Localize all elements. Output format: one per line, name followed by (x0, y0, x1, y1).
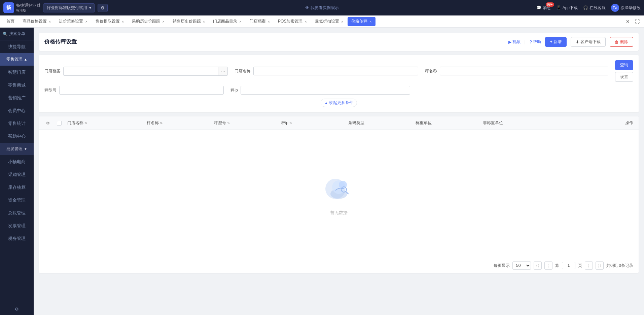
th-barcode-type: 条码类型 (346, 120, 413, 126)
sidebar-settings-button[interactable]: ⚙ (0, 303, 34, 315)
store-file-input-wrapper: ··· (63, 67, 228, 76)
tab-close-sale-history[interactable]: × (203, 20, 205, 24)
message-button[interactable]: 💬 消息 99+ (536, 5, 551, 11)
sidebar-search[interactable]: 🔍 搜索菜单 (0, 28, 34, 40)
sidebar-item-retail-stat[interactable]: 零售统计 (0, 117, 34, 130)
sort-icon-scale-type[interactable]: ⇅ (227, 121, 230, 125)
tab-close-store-catalog[interactable]: × (239, 20, 241, 24)
tab-store-catalog[interactable]: 门店商品目录 × (209, 17, 245, 26)
store-file-ellipsis-button[interactable]: ··· (218, 67, 227, 75)
tab-purchase-history[interactable]: 采购历史价跟踪 × (128, 17, 168, 26)
chevron-up-icon-collapse: ▲ (324, 101, 328, 105)
sidebar-item-xiaochang[interactable]: 小畅电商 (0, 155, 34, 168)
page-title-actions: ▶ 视频 | ? 帮助 + 新增 ⬇ 客户端下载 🗑 删除 (508, 37, 633, 47)
query-button[interactable]: 查询 (615, 60, 633, 70)
th-checkbox[interactable] (54, 121, 65, 126)
tab-sale-history[interactable]: 销售历史价跟踪 × (169, 17, 209, 26)
app-logo: 畅 畅捷通好业财 标准版 (3, 2, 40, 13)
th-settings[interactable]: ⚙ (42, 121, 54, 126)
user-info[interactable]: Ea 徐泽华修改 (611, 4, 641, 12)
video-icon: ▶ (508, 40, 511, 44)
env-select[interactable]: 好业财标准版交付试用 ▾ (43, 3, 95, 12)
download-button[interactable]: ⬇ 客户端下载 (571, 37, 606, 47)
sidebar-item-quicknav[interactable]: 快捷导航 (0, 40, 34, 53)
settings-button[interactable]: 设置 (615, 72, 633, 82)
sidebar-item-help[interactable]: 帮助中心 (0, 130, 34, 143)
last-page-button[interactable]: ⟩⟩ (596, 261, 604, 270)
collapse-button[interactable]: ▲ 收起更多条件 (321, 99, 357, 107)
sidebar-item-finance[interactable]: 资金管理 (0, 194, 34, 207)
tab-close-advance-strategy[interactable]: × (85, 20, 87, 24)
tab-close-pos-manage[interactable]: × (305, 20, 307, 24)
scale-ip-input[interactable] (241, 86, 410, 95)
sidebar-item-wholesale[interactable]: 批发管理 ▼ (0, 143, 34, 155)
headset-icon: 🎧 (583, 5, 588, 10)
delete-button[interactable]: 🗑 删除 (610, 37, 633, 47)
pagination-bar: 每页显示 50 10 20 100 ⟨⟨ ⟨ 算 页 ⟩ ⟩⟩ 共0页, 0条记… (39, 258, 639, 273)
message-icon: 💬 (536, 5, 541, 10)
sort-icon-scale-name[interactable]: ⇅ (160, 121, 163, 125)
help-link[interactable]: ? 帮助 (530, 39, 541, 45)
table-header: ⚙ 门店名称 ⇅ 秤名称 ⇅ 秤型号 ⇅ 秤ip (39, 116, 639, 130)
next-page-button[interactable]: ⟩ (585, 261, 593, 270)
tab-min-discount[interactable]: 最低折扣设置 × (311, 17, 347, 26)
sidebar-item-smart-store[interactable]: 智慧门店 (0, 66, 34, 79)
tab-close-min-discount[interactable]: × (341, 20, 343, 24)
collapse-btn-wrapper: ▲ 收起更多条件 (44, 99, 633, 107)
sidebar-item-tax[interactable]: 税务管理 (0, 232, 34, 245)
tab-expand-button[interactable]: ⛶ (633, 18, 641, 26)
gear-icon-sidebar: ⚙ (15, 307, 19, 312)
tab-close-price-scale[interactable]: × (369, 20, 371, 24)
sidebar: 🔍 搜索菜单 快捷导航 零售管理 ▲ 智慧门店 零售商城 营销推广 会员中心 零… (0, 28, 34, 315)
demo-link[interactable]: 👁 我要看实例演示 (305, 5, 339, 11)
env-settings-button[interactable]: ⚙ (98, 4, 108, 12)
app-logo-text: 畅捷通好业财 标准版 (16, 3, 40, 13)
sort-icon-scale-ip[interactable]: ⇅ (289, 121, 292, 125)
sidebar-item-purchase[interactable]: 采购管理 (0, 168, 34, 181)
store-name-input[interactable] (253, 67, 418, 75)
sidebar-item-invoice[interactable]: 发票管理 (0, 219, 34, 232)
delete-icon: 🗑 (615, 40, 619, 44)
sort-icon-store-name[interactable]: ⇅ (84, 121, 87, 125)
chevron-up-icon: ▲ (24, 58, 27, 61)
tab-store-file[interactable]: 门店档案 × (246, 17, 274, 26)
store-file-input[interactable] (64, 67, 218, 75)
sidebar-item-inventory[interactable]: 库存核算 (0, 181, 34, 194)
tab-sale-price[interactable]: 售价提取设置 × (92, 17, 128, 26)
tab-price-setting[interactable]: 商品价格设置 × (19, 17, 55, 26)
main-layout: 🔍 搜索菜单 快捷导航 零售管理 ▲ 智慧门店 零售商城 营销推广 会员中心 零… (0, 28, 644, 315)
empty-state: 暂无数据 (319, 152, 359, 236)
sidebar-item-retail[interactable]: 零售管理 ▲ (0, 53, 34, 66)
eye-icon: 👁 (305, 5, 309, 10)
tab-price-scale[interactable]: 价格传秤 × (348, 17, 375, 26)
sidebar-item-member[interactable]: 会员中心 (0, 104, 34, 117)
video-link[interactable]: ▶ 视频 (508, 39, 521, 45)
tab-close-purchase-history[interactable]: × (162, 20, 164, 24)
table-body: 暂无数据 (39, 130, 639, 258)
sidebar-item-ledger[interactable]: 总账管理 (0, 207, 34, 219)
sidebar-item-marketing[interactable]: 营销推广 (0, 92, 34, 104)
tab-pos-manage[interactable]: POS加密管理 × (274, 17, 311, 26)
page-size-select[interactable]: 50 10 20 100 (512, 261, 531, 270)
tab-close-sale-price[interactable]: × (122, 20, 124, 24)
filter-card: 门店档案 ··· 门店名称 秤名称 查询 设置 (39, 55, 639, 112)
add-button[interactable]: + 新增 (545, 37, 567, 47)
tab-close-store-file[interactable]: × (268, 20, 270, 24)
sidebar-item-retail-mall[interactable]: 零售商城 (0, 79, 34, 92)
tab-home[interactable]: 首页 (3, 17, 18, 26)
tab-close-price-setting[interactable]: × (49, 20, 51, 24)
empty-text: 暂无数据 (330, 210, 348, 216)
page-input[interactable] (562, 262, 575, 269)
online-service-button[interactable]: 🎧 在线客服 (583, 5, 606, 11)
prev-page-button[interactable]: ⟨ (544, 261, 552, 270)
tab-bar: 首页 商品价格设置 × 进价策略设置 × 售价提取设置 × 采购历史价跟踪 × … (0, 15, 644, 28)
scale-name-input[interactable] (440, 67, 608, 75)
filter-row-2: 秤型号 秤ip (44, 86, 633, 95)
scale-type-input[interactable] (59, 86, 224, 95)
first-page-button[interactable]: ⟨⟨ (534, 261, 542, 270)
tab-close-all-button[interactable]: ✕ (624, 18, 632, 26)
filter-scale-ip: 秤ip (230, 86, 410, 95)
app-download-button[interactable]: 📱 App下载 (556, 5, 578, 11)
select-all-checkbox[interactable] (57, 121, 62, 126)
tab-advance-strategy[interactable]: 进价策略设置 × (55, 17, 91, 26)
